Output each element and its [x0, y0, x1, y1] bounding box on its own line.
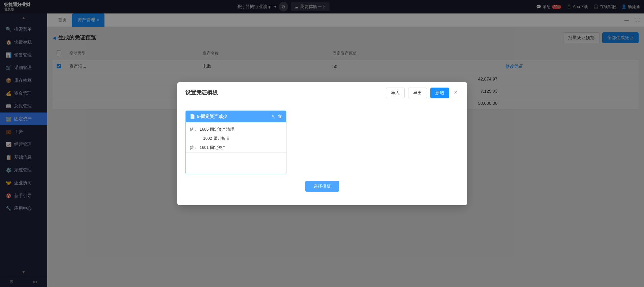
- modal-body: 📄 5-固定资产减少 ✎ 🗑 借： 1606 固定资产清理: [177, 104, 467, 205]
- modal-close-button[interactable]: ×: [453, 88, 459, 98]
- debit-name-1: 固定资产清理: [210, 127, 234, 132]
- template-card-title: 📄 5-固定资产减少: [190, 114, 227, 120]
- modal-set-voucher-template: 设置凭证模板 导入 导出 新增 × 📄 5-固定资产减少 ✎ 🗑: [177, 82, 467, 205]
- template-card-body: 借： 1606 固定资产清理 1602 累计折旧 贷： 1601 固定资产: [186, 122, 286, 174]
- modal-title: 设置凭证模板: [185, 89, 218, 96]
- template-edit-icon[interactable]: ✎: [271, 114, 275, 119]
- template-card-actions: ✎ 🗑: [271, 114, 282, 119]
- debit-label: 借：: [190, 127, 200, 132]
- modal-header-actions: 导入 导出 新增 ×: [386, 88, 459, 98]
- debit-name-2: 累计折旧: [213, 136, 229, 141]
- credit-entry-1: 贷： 1601 固定资产: [186, 143, 286, 152]
- credit-name-1: 固定资产: [210, 145, 226, 151]
- modal-header: 设置凭证模板 导入 导出 新增 ×: [177, 82, 467, 104]
- debit-code-1: 1606: [200, 127, 209, 132]
- export-button[interactable]: 导出: [408, 88, 427, 98]
- credit-code-1: 1601: [200, 145, 209, 150]
- template-card[interactable]: 📄 5-固定资产减少 ✎ 🗑 借： 1606 固定资产清理: [185, 110, 286, 174]
- template-empty-row-2: [186, 162, 286, 171]
- template-doc-icon: 📄: [190, 114, 195, 119]
- credit-label: 贷：: [190, 145, 200, 151]
- import-button[interactable]: 导入: [386, 88, 405, 98]
- debit-entry-2: 1602 累计折旧: [186, 134, 286, 143]
- modal-overlay: 设置凭证模板 导入 导出 新增 × 📄 5-固定资产减少 ✎ 🗑: [0, 0, 644, 287]
- select-template-button[interactable]: 选择模板: [305, 181, 339, 192]
- template-card-header: 📄 5-固定资产减少 ✎ 🗑: [186, 111, 286, 122]
- debit-code-2: 1602: [203, 136, 212, 141]
- template-empty-row: [186, 152, 286, 162]
- template-full-label: 5-固定资产减少: [197, 114, 227, 120]
- debit-entry-1: 借： 1606 固定资产清理: [186, 125, 286, 134]
- template-delete-icon[interactable]: 🗑: [278, 114, 282, 119]
- new-button[interactable]: 新增: [430, 88, 449, 98]
